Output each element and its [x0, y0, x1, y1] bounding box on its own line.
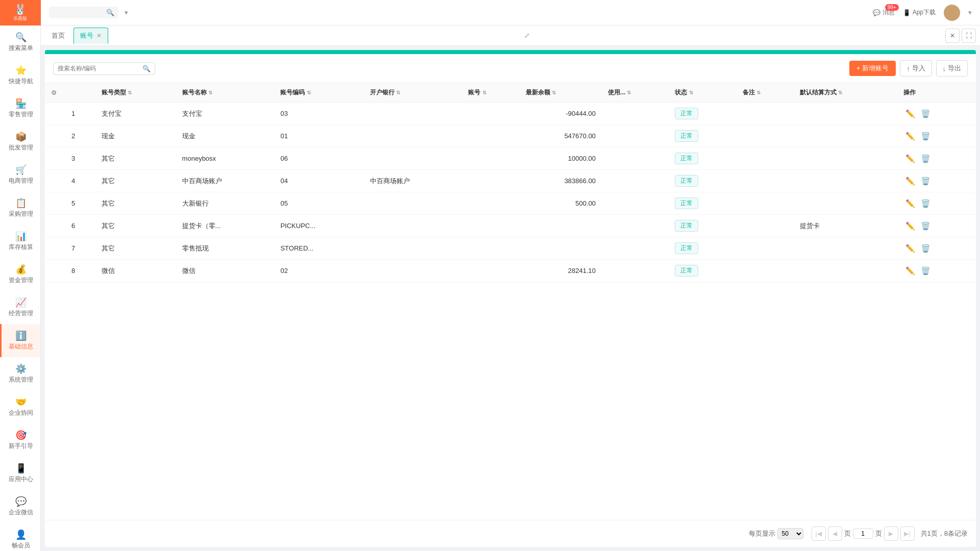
cell-status: 正常: [669, 125, 736, 147]
cell-remark: [737, 215, 794, 237]
cell-usage: [602, 192, 669, 215]
edit-button[interactable]: ✏️: [903, 243, 917, 254]
col-balance-header[interactable]: 最新余额 ⇅: [520, 83, 602, 103]
cell-balance: 547670.00: [520, 125, 602, 147]
main-area: 🔍 ▾ 💬 消息 99+ 📱 App下载 ▾ 首页 账号 ✕ ⤢: [41, 0, 980, 551]
export-button[interactable]: ↓ 导出: [936, 60, 968, 77]
tab-home[interactable]: 首页: [45, 28, 71, 44]
account-search-input[interactable]: [58, 65, 140, 72]
cell-type: 其它: [95, 237, 176, 260]
account-search-box[interactable]: 🔍: [53, 62, 155, 75]
page-navigation: |◀ ◀ 页 页 ▶ ▶| 共1页，8条记录: [812, 527, 968, 541]
guide-icon: 🎯: [15, 430, 27, 441]
sidebar-item-operations[interactable]: 📈 经营管理: [0, 291, 40, 324]
cell-no: 8: [65, 260, 95, 282]
col-status-header[interactable]: 状态 ⇅: [669, 83, 736, 103]
purchase-icon: 📋: [15, 197, 27, 209]
user-dropdown-icon[interactable]: ▾: [968, 9, 972, 16]
sidebar-item-ecommerce[interactable]: 🛒 电商管理: [0, 158, 40, 191]
edit-button[interactable]: ✏️: [903, 265, 917, 277]
edit-button[interactable]: ✏️: [903, 131, 917, 142]
col-name-header[interactable]: 账号名称 ⇅: [176, 83, 275, 103]
sidebar-item-search-label: 搜索菜单: [9, 44, 33, 53]
cell-balance: 383866.00: [520, 170, 602, 192]
sidebar-item-search[interactable]: 🔍 搜索菜单: [0, 26, 40, 59]
sidebar-item-wechat[interactable]: 💬 企业微信: [0, 490, 40, 523]
sidebar-item-wholesale[interactable]: 📦 批发管理: [0, 125, 40, 158]
page-size-selector[interactable]: 每页显示 50 20 100: [749, 528, 803, 539]
sidebar: 🐰 乐惠版 🔍 搜索菜单 ⭐ 快捷导航 🏪 零售管理 📦 批发管理 🛒 电商管理…: [0, 0, 41, 551]
col-account-header[interactable]: 账号 ⇅: [462, 83, 519, 103]
topbar-search-box[interactable]: 🔍: [49, 7, 118, 18]
cell-status: 正常: [669, 147, 736, 170]
cell-checkbox: [45, 147, 65, 170]
next-page-button[interactable]: ▶: [884, 527, 898, 541]
cell-name: 大新银行: [176, 192, 275, 215]
table-row: 1 支付宝 支付宝 03 -90444.00 正常 ✏️ 🗑️: [45, 103, 976, 125]
user-avatar[interactable]: [944, 5, 960, 21]
sidebar-item-inventory[interactable]: 📊 库存核算: [0, 224, 40, 258]
delete-button[interactable]: 🗑️: [919, 108, 933, 119]
sidebar-item-basic-info[interactable]: ℹ️ 基础信息: [0, 324, 40, 357]
sidebar-item-app-center[interactable]: 📱 应用中心: [0, 457, 40, 490]
cell-code: 03: [274, 103, 363, 125]
sidebar-item-system[interactable]: ⚙️ 系统管理: [0, 357, 40, 390]
content-area: 🔍 + 新增账号 ↑ 导入 ↓ 导出 ⚙: [45, 50, 976, 547]
sidebar-item-member[interactable]: 👤 畅会员: [0, 523, 40, 551]
page-number-input[interactable]: [853, 529, 873, 539]
tab-account[interactable]: 账号 ✕: [74, 28, 108, 44]
cell-action: ✏️ 🗑️: [897, 192, 976, 215]
import-button[interactable]: ↑ 导入: [900, 60, 932, 77]
sidebar-item-guide[interactable]: 🎯 新手引导: [0, 423, 40, 457]
download-button[interactable]: 📱 App下载: [903, 8, 936, 17]
cell-remark: [737, 192, 794, 215]
cell-status: 正常: [669, 237, 736, 260]
first-page-button[interactable]: |◀: [812, 527, 826, 541]
cell-status: 正常: [669, 192, 736, 215]
prev-page-button[interactable]: ◀: [828, 527, 842, 541]
col-usage-header[interactable]: 使用... ⇅: [602, 83, 669, 103]
toolbar-actions: + 新增账号 ↑ 导入 ↓ 导出: [849, 60, 968, 77]
sidebar-item-finance[interactable]: 💰 资金管理: [0, 258, 40, 291]
cell-action: ✏️ 🗑️: [897, 260, 976, 282]
col-settings-header[interactable]: ⚙: [45, 83, 65, 103]
edit-button[interactable]: ✏️: [903, 108, 917, 119]
sidebar-item-retail[interactable]: 🏪 零售管理: [0, 92, 40, 125]
cell-type: 其它: [95, 192, 176, 215]
cell-name: 零售抵现: [176, 237, 275, 260]
close-tab-button[interactable]: ✕: [945, 29, 960, 43]
delete-button[interactable]: 🗑️: [919, 265, 933, 277]
topbar-dropdown-icon[interactable]: ▾: [125, 9, 128, 16]
sidebar-item-quick-nav[interactable]: ⭐ 快捷导航: [0, 59, 40, 92]
delete-button[interactable]: 🗑️: [919, 176, 933, 187]
col-settings-icon[interactable]: ⚙: [51, 89, 57, 96]
ecommerce-icon: 🛒: [15, 164, 27, 176]
tab-expand-button[interactable]: ⤢: [519, 28, 535, 44]
col-remark-header[interactable]: 备注 ⇅: [737, 83, 794, 103]
cell-no: 4: [65, 170, 95, 192]
col-bank-header[interactable]: 开户银行 ⇅: [364, 83, 462, 103]
message-button[interactable]: 💬 消息 99+: [873, 8, 895, 17]
status-badge: 正常: [675, 130, 698, 142]
col-code-header[interactable]: 账号编码 ⇅: [274, 83, 363, 103]
edit-button[interactable]: ✏️: [903, 198, 917, 209]
sidebar-item-purchase[interactable]: 📋 采购管理: [0, 191, 40, 224]
col-type-header[interactable]: 账号类型 ⇅: [95, 83, 176, 103]
sort-usage-icon: ⇅: [627, 90, 631, 95]
per-page-select[interactable]: 50 20 100: [777, 528, 803, 539]
edit-button[interactable]: ✏️: [903, 220, 917, 232]
last-page-button[interactable]: ▶|: [900, 527, 915, 541]
delete-button[interactable]: 🗑️: [919, 243, 933, 254]
edit-button[interactable]: ✏️: [903, 176, 917, 187]
delete-button[interactable]: 🗑️: [919, 198, 933, 209]
tab-account-close[interactable]: ✕: [96, 32, 102, 39]
sidebar-item-enterprise[interactable]: 🤝 企业协同: [0, 390, 40, 423]
topbar-search-input[interactable]: [53, 9, 104, 16]
delete-button[interactable]: 🗑️: [919, 131, 933, 142]
fullscreen-button[interactable]: ⛶: [962, 29, 976, 43]
col-default-settle-header[interactable]: 默认结算方式 ⇅: [794, 83, 897, 103]
add-account-button[interactable]: + 新增账号: [849, 61, 896, 76]
edit-button[interactable]: ✏️: [903, 153, 917, 164]
delete-button[interactable]: 🗑️: [919, 153, 933, 164]
delete-button[interactable]: 🗑️: [919, 220, 933, 232]
